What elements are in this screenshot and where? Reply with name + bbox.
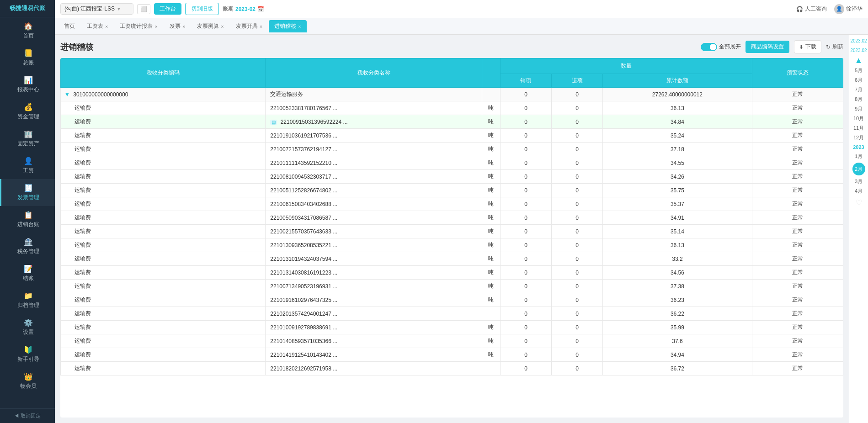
close-icon[interactable]: ×	[221, 24, 224, 29]
right-panel-month-3[interactable]: 3月	[855, 177, 863, 186]
sidebar-item-funds[interactable]: 💰 资金管理	[0, 98, 55, 125]
close-icon[interactable]: ×	[298, 24, 301, 29]
sidebar-item-tax[interactable]: 🏦 税务管理	[0, 233, 55, 260]
cell-purchase: 0	[552, 143, 603, 156]
user-menu[interactable]: 👤 徐泽华	[834, 4, 863, 14]
refresh-icon: ↻	[826, 44, 831, 50]
sidebar-item-member[interactable]: 👑 畅会员	[0, 368, 55, 395]
tab-home[interactable]: 首页	[59, 20, 80, 32]
sidebar-item-ledger[interactable]: 📒 总账	[0, 44, 55, 71]
table-row: 运输费 22100509034317086587 ... 吨 0 0 34.91…	[61, 211, 843, 225]
cell-purchase: 0	[552, 88, 603, 101]
cell-tax-name: 交通运输服务	[266, 88, 482, 101]
cell-sales: 0	[500, 143, 551, 156]
close-icon[interactable]: ×	[260, 24, 262, 29]
company-name: (勾曲) 江西报宝-LSS	[64, 5, 115, 13]
table-row: 运输费 22100615083403402688 ... 吨 0 0 35.37…	[61, 197, 843, 211]
cell-unit: 吨	[482, 115, 500, 129]
sidebar-item-guide[interactable]: 🔰 新手引导	[0, 341, 55, 368]
close-icon[interactable]: ×	[105, 24, 108, 29]
cell-tax-code: ▼ 301000000000000000	[61, 88, 266, 101]
close-icon[interactable]: ×	[154, 24, 157, 29]
cell-item-name: 运输费	[61, 170, 266, 184]
cell-purchase: 0	[552, 238, 603, 252]
cell-cumulative: 36.13	[603, 101, 752, 115]
right-panel-month-10[interactable]: 10月	[853, 114, 864, 123]
cell-status: 正常	[752, 321, 843, 334]
cell-cumulative: 35.24	[603, 129, 752, 143]
right-panel-month-7[interactable]: 7月	[855, 85, 863, 94]
expand-switch[interactable]	[701, 43, 717, 51]
table-row: 运输费 22101310194324037594 ... 吨 0 0 33.2 …	[61, 252, 843, 266]
sidebar-item-archive[interactable]: 📁 归档管理	[0, 287, 55, 314]
sidebar-item-sales[interactable]: 📋 进销台账	[0, 206, 55, 233]
panel-up-icon[interactable]: ▲	[855, 56, 863, 65]
invoice-icon: 🧾	[24, 184, 33, 192]
sidebar-item-salary[interactable]: 👤 工资	[0, 152, 55, 179]
cell-cumulative: 34.84	[603, 115, 752, 129]
sidebar-item-assets[interactable]: 🏢 固定资产	[0, 125, 55, 152]
copy-button[interactable]: ⬜	[137, 4, 150, 14]
switch-version-button[interactable]: 切到旧版	[185, 3, 219, 15]
refresh-button[interactable]: ↻ 刷新	[826, 43, 843, 51]
salary-icon: 👤	[24, 157, 33, 165]
workbench-button[interactable]: 工作台	[154, 3, 181, 15]
tab-salary-table[interactable]: 工资表 ×	[81, 20, 113, 32]
cell-status: 正常	[752, 238, 843, 252]
collapse-icon[interactable]: ▼	[64, 91, 71, 98]
sidebar-pin-toggle[interactable]: ◀ 取消固定	[0, 408, 55, 423]
tab-reconcile[interactable]: 进销稽核 ×	[269, 20, 306, 32]
cell-item-name: 运输费	[61, 225, 266, 238]
sidebar-item-reports[interactable]: 📊 报表中心	[0, 71, 55, 98]
table-row: 运输费 22101408593571035366 ... 吨 0 0 37.6 …	[61, 334, 843, 348]
col-tax-name: 税收分类名称	[266, 58, 482, 88]
right-panel-month-2-active[interactable]: 2月	[852, 163, 865, 175]
cell-unit-empty	[482, 88, 500, 101]
sidebar-item-label: 畅会员	[20, 382, 37, 390]
cell-purchase: 0	[552, 156, 603, 170]
right-panel-month-11[interactable]: 11月	[853, 124, 864, 132]
download-button[interactable]: ⬇ 下载	[794, 40, 821, 53]
calendar-icon[interactable]: 📅	[257, 6, 264, 12]
tab-salary-stats[interactable]: 工资统计报表 ×	[114, 20, 163, 32]
cell-sales: 0	[500, 197, 551, 211]
cell-status: 正常	[752, 170, 843, 184]
topbar-right: 🎧 人工咨询 👤 徐泽华	[796, 4, 863, 14]
cell-status: 正常	[752, 348, 843, 362]
chevron-down-icon: ▼	[117, 6, 121, 11]
cell-sales: 0	[500, 362, 551, 375]
customer-service[interactable]: 🎧 人工咨询	[796, 5, 827, 13]
cell-unit: 吨	[482, 293, 500, 307]
company-selector[interactable]: (勾曲) 江西报宝-LSS ▼	[60, 3, 133, 15]
tab-invoice-issue[interactable]: 发票开具 ×	[230, 20, 268, 32]
cell-status: 正常	[752, 101, 843, 115]
cell-invoice-no: 22101309365208535221 ...	[266, 238, 482, 252]
sidebar-item-invoice[interactable]: 🧾 发票管理	[0, 179, 55, 206]
cell-item-name: 运输费	[61, 252, 266, 266]
funds-icon: 💰	[24, 103, 33, 111]
cell-unit: 吨	[482, 334, 500, 348]
right-panel-month-12[interactable]: 12月	[853, 133, 864, 142]
cell-sales: 0	[500, 307, 551, 321]
right-panel-month-8[interactable]: 8月	[855, 95, 863, 104]
tab-invoice[interactable]: 发票 ×	[164, 20, 191, 32]
right-panel-month-5[interactable]: 5月	[855, 66, 863, 75]
cell-status: 正常	[752, 115, 843, 129]
tab-invoice-calc[interactable]: 发票测算 ×	[192, 20, 229, 32]
cell-invoice-no: 22100713490523196931 ...	[266, 280, 482, 293]
sidebar-item-settle[interactable]: 📝 结账	[0, 260, 55, 287]
cell-purchase: 0	[552, 307, 603, 321]
sidebar-item-label: 总账	[23, 59, 34, 67]
right-panel-month-1[interactable]: 1月	[855, 152, 863, 161]
data-table-wrapper: 税收分类编码 税收分类名称 数量 预警状态 销项 进项 累计数额 ▼ 30100…	[60, 58, 843, 418]
right-panel-month-6[interactable]: 6月	[855, 76, 863, 85]
commodity-settings-button[interactable]: 商品编码设置	[746, 41, 789, 53]
close-icon[interactable]: ×	[182, 24, 185, 29]
sidebar-item-settings[interactable]: ⚙️ 设置	[0, 314, 55, 341]
right-panel-month-9[interactable]: 9月	[855, 105, 863, 113]
panel-heart-icon[interactable]: ♡	[856, 198, 862, 207]
cell-status: 正常	[752, 143, 843, 156]
cell-cumulative: 34.55	[603, 156, 752, 170]
right-panel-month-4[interactable]: 4月	[855, 187, 863, 196]
sidebar-item-home[interactable]: 🏠 首页	[0, 17, 55, 44]
